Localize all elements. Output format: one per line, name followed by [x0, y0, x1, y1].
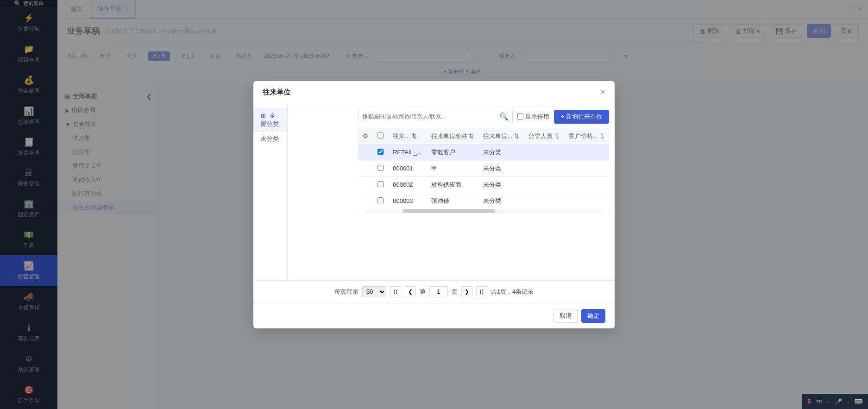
system-bar: S 中 · 🎤 · ⌨ [802, 394, 868, 409]
dialog-right-panel: 🔍 显示停用 + 新增往来单位 ⚙ [352, 104, 615, 280]
dialog-table-head: ⚙ 往来... ⇅ 往来单位名称 ⇅ 往来单位... ⇅ 分管人员 ⇅ 客户价格… [358, 128, 609, 145]
table-scrollbar[interactable] [365, 209, 602, 213]
col-price[interactable]: 客户价格... ⇅ [564, 128, 609, 145]
dialog-content: ⊞ 全部分类 未分类 🔍 [253, 104, 615, 280]
prev-page-button[interactable]: ❮ [405, 286, 416, 297]
show-disabled-label[interactable]: 显示停用 [517, 113, 549, 121]
search-input[interactable] [362, 113, 497, 120]
per-page-label: 每页显示 [334, 288, 359, 296]
dialog-table-header-row: ⚙ 往来... ⇅ 往来单位名称 ⇅ 往来单位... ⇅ 分管人员 ⇅ 客户价格… [358, 128, 609, 145]
search-box[interactable]: 🔍 [358, 110, 513, 123]
row-code-1: RETAIL_... [388, 144, 427, 160]
table-row[interactable]: 000001 甲 未分类 [358, 160, 609, 176]
pagination: 每页显示 50 100 200 ⟨⟨ ❮ 第 页 ❯ ⟩⟩ 共1页，4条记录 [253, 280, 615, 303]
system-mic: 🎤 [835, 398, 842, 405]
row-code-2: 000001 [388, 160, 427, 176]
col-checkbox [373, 128, 388, 145]
dialog-title: 往来单位 [263, 88, 290, 97]
page-label-first: 第 [420, 288, 426, 296]
row-manager-1 [524, 144, 564, 160]
row-name-1: 零散客户 [427, 144, 479, 160]
row-price-2 [564, 160, 609, 176]
row-checkbox [373, 193, 388, 209]
show-disabled-checkbox[interactable] [517, 113, 523, 120]
row-price-4 [564, 193, 609, 209]
dialog-uncategorized[interactable]: 未分类 [253, 132, 287, 146]
row-settings [358, 144, 373, 160]
next-page-button[interactable]: ❯ [461, 286, 472, 297]
row-name-3: 材料供应商 [427, 176, 479, 193]
table-scrollbar-thumb[interactable] [403, 209, 495, 213]
page-label-unit: 页 [452, 288, 458, 296]
table-row[interactable]: 000003 张帅傅 未分类 [358, 193, 609, 209]
search-icon: 🔍 [499, 112, 509, 121]
system-dot1: · [828, 398, 829, 405]
row-category-2: 未分类 [478, 160, 523, 176]
dialog-table-body: RETAIL_... 零散客户 未分类 000001 [358, 144, 609, 209]
row-select-1[interactable] [377, 149, 384, 155]
row-price-1 [564, 144, 609, 160]
row-checkbox [373, 144, 388, 160]
dialog-table-wrapper: ⚙ 往来... ⇅ 往来单位名称 ⇅ 往来单位... ⇅ 分管人员 ⇅ 客户价格… [358, 128, 609, 209]
row-select-3[interactable] [377, 181, 384, 187]
system-dot2: · [848, 398, 849, 405]
system-logo: S [807, 398, 811, 405]
col-manager[interactable]: 分管人员 ⇅ [524, 128, 564, 145]
per-page-select[interactable]: 50 100 200 [362, 286, 386, 297]
first-page-button[interactable]: ⟨⟨ [390, 286, 401, 297]
dialog-footer: 取消 确定 [253, 303, 615, 328]
system-keyboard: ⌨ [855, 398, 862, 405]
row-price-3 [564, 176, 609, 193]
dialog-close-button[interactable]: × [600, 88, 605, 97]
last-page-button[interactable]: ⟩⟩ [476, 286, 487, 297]
dialog-table: ⚙ 往来... ⇅ 往来单位名称 ⇅ 往来单位... ⇅ 分管人员 ⇅ 客户价格… [358, 128, 609, 209]
row-category-4: 未分类 [478, 193, 523, 209]
dialog-overlay: 往来单位 × ⊞ 全部分类 未分类 [0, 0, 868, 409]
col-name[interactable]: 往来单位名称 ⇅ [427, 128, 479, 145]
cancel-button[interactable]: 取消 [554, 309, 578, 323]
row-category-1: 未分类 [478, 144, 523, 160]
row-checkbox [373, 160, 388, 176]
row-name-4: 张帅傅 [427, 193, 479, 209]
grid-small-icon: ⊞ [261, 112, 266, 119]
table-row[interactable]: 000002 材料供应商 未分类 [358, 176, 609, 193]
row-manager-2 [524, 160, 564, 176]
add-partner-button[interactable]: + 新增往来单位 [554, 110, 609, 124]
row-name-2: 甲 [427, 160, 479, 176]
row-select-2[interactable] [377, 165, 384, 171]
dialog-all-category[interactable]: ⊞ 全部分类 [253, 108, 287, 132]
row-settings [358, 193, 373, 209]
total-pages-text: 共1页，4条记录 [491, 288, 534, 296]
partner-dialog: 往来单位 × ⊞ 全部分类 未分类 [253, 81, 615, 328]
col-code[interactable]: 往来... ⇅ [388, 128, 427, 145]
row-select-4[interactable] [377, 197, 384, 203]
row-checkbox [373, 176, 388, 193]
settings-icon[interactable]: ⚙ [363, 132, 368, 139]
row-settings [358, 176, 373, 193]
select-all-checkbox[interactable] [377, 132, 384, 138]
dialog-left-panel: ⊞ 全部分类 未分类 [253, 104, 288, 280]
row-manager-3 [524, 176, 564, 193]
row-settings [358, 160, 373, 176]
row-category-3: 未分类 [478, 176, 523, 193]
dialog-header: 往来单位 × [253, 81, 615, 104]
row-code-4: 000003 [388, 193, 427, 209]
row-code-3: 000002 [388, 176, 427, 193]
row-manager-4 [524, 193, 564, 209]
page-number-input[interactable] [429, 286, 448, 297]
col-category[interactable]: 往来单位... ⇅ [478, 128, 523, 145]
confirm-button[interactable]: 确定 [581, 309, 605, 323]
system-lang: 中 [817, 398, 822, 406]
table-row[interactable]: RETAIL_... 零散客户 未分类 [358, 144, 609, 160]
col-settings: ⚙ [358, 128, 373, 145]
dialog-body: ⊞ 全部分类 未分类 🔍 [253, 104, 615, 303]
dialog-toolbar: 🔍 显示停用 + 新增往来单位 [358, 110, 609, 124]
